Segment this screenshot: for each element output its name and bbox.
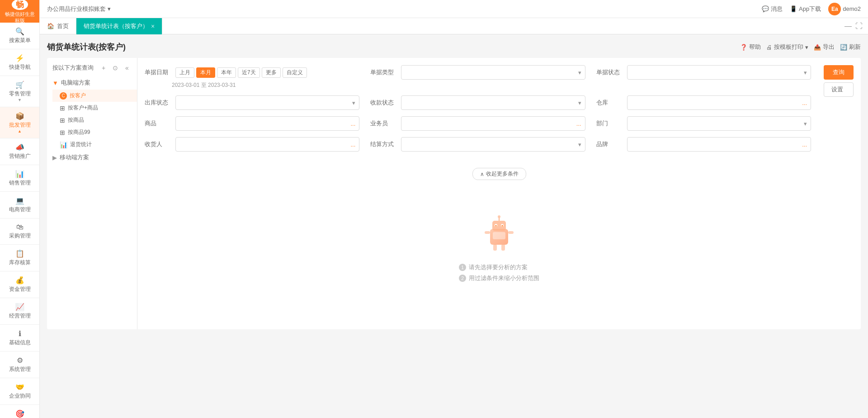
message-icon: 💬 — [762, 5, 769, 12]
svg-rect-8 — [485, 231, 490, 234]
collect-status-control[interactable]: ▾ — [401, 95, 585, 110]
logo-text: 畅捷信好生意 标版 — [5, 11, 35, 24]
dropdown-icon: ▾ — [108, 5, 111, 12]
settlement-control[interactable]: ▾ — [401, 137, 585, 152]
goods-icon: ⊞ — [60, 117, 65, 124]
sidebar-item-newbie[interactable]: 🎯 新手引导 — [0, 405, 39, 418]
sidebar-item-business[interactable]: 📈 经营管理 — [0, 298, 39, 325]
system-icon: ⚙ — [17, 356, 23, 365]
tree-section-mobile[interactable]: ▶ 移动端方案 — [47, 151, 137, 164]
warehouse-filter: 仓库 ... — [596, 95, 811, 110]
add-scheme-btn[interactable]: + — [99, 63, 108, 72]
home-icon: 🏠 — [47, 23, 54, 29]
date-btn-lastmonth[interactable]: 上月 — [175, 67, 194, 78]
date-btn-thisyear[interactable]: 本年 — [217, 67, 236, 78]
tab-active[interactable]: 销货单统计表（按客户） × — [76, 18, 162, 34]
out-status-control[interactable]: ▾ — [175, 95, 359, 110]
tab-home[interactable]: 🏠 首页 — [40, 18, 76, 34]
search-icon: 🔍 — [15, 27, 24, 36]
salesperson-control[interactable]: ... — [401, 116, 585, 131]
collapse-more-btn[interactable]: ∧ 收起更多条件 — [472, 168, 526, 180]
top-header: 办公用品行业模拟账套 ▾ 💬 消息 📱 App下载 Ea demo2 — [40, 0, 868, 18]
svg-rect-1 — [492, 221, 506, 231]
tree-desktop-children: C 按客户 ⊞ 按客户+商品 ⊞ 按商品 ⊞ 按商品99 — [47, 90, 137, 151]
print-dropdown-icon: ▾ — [805, 44, 808, 51]
sidebar-item-system[interactable]: ⚙ 系统管理 — [0, 352, 39, 378]
svg-point-4 — [495, 225, 497, 227]
sidebar-item-purchase[interactable]: 🛍 采购管理 — [0, 218, 39, 245]
svg-rect-11 — [501, 244, 505, 251]
sales-icon: 📊 — [15, 170, 24, 178]
sidebar-item-retail[interactable]: 🛒 零售管理 ▼ — [0, 76, 39, 107]
tree-expand-icon: ▼ — [52, 80, 58, 86]
receiver-label: 收货人 — [145, 140, 172, 148]
salesperson-filter: 业务员 ... — [370, 116, 585, 131]
query-button[interactable]: 查询 — [824, 65, 854, 80]
department-chevron: ▾ — [804, 120, 807, 127]
tree-section-desktop[interactable]: ▼ 电脑端方案 — [47, 76, 137, 90]
maximize-btn[interactable]: ⛶ — [855, 22, 863, 30]
tree-child-customer[interactable]: C 按客户 — [52, 90, 137, 102]
sidebar-item-basic[interactable]: ℹ 基础信息 — [0, 325, 39, 352]
brand-control[interactable]: ... — [627, 137, 811, 152]
date-btn-thismonth[interactable]: 本月 — [196, 67, 215, 78]
right-panel: 单据日期 上月 本月 本年 近7天 更多 自定义 — [137, 58, 861, 329]
receiver-filter: 收货人 ... — [145, 137, 359, 152]
brand-label: 品牌 — [596, 140, 623, 148]
page-content: 销货单统计表(按客户) ❓ 帮助 🖨 按模板打印 ▾ 📤 导出 🔄 刷新 — [40, 34, 868, 418]
out-status-chevron: ▾ — [352, 100, 355, 106]
collect-status-chevron: ▾ — [578, 100, 581, 106]
goods-control[interactable]: ... — [175, 116, 359, 131]
message-btn[interactable]: 💬 消息 — [762, 5, 783, 13]
date-range-text: 2023-03-01 至 2023-03-31 — [172, 81, 811, 89]
svg-rect-10 — [493, 244, 497, 251]
avatar: Ea — [828, 3, 841, 15]
doc-status-control[interactable]: ▾ — [627, 65, 811, 80]
settings-button[interactable]: 设置 — [824, 82, 854, 97]
receiver-control[interactable]: ... — [175, 137, 359, 152]
business-icon: 📈 — [15, 303, 24, 311]
user-menu[interactable]: Ea demo2 — [828, 3, 861, 15]
department-label: 部门 — [596, 119, 623, 128]
doc-type-chevron: ▾ — [578, 69, 581, 76]
sidebar-item-finance[interactable]: 💰 资金管理 — [0, 271, 39, 298]
tab-close-icon[interactable]: × — [151, 23, 155, 30]
help-btn[interactable]: ❓ 帮助 — [740, 43, 761, 51]
company-selector[interactable]: 办公用品行业模拟账套 ▾ — [47, 5, 111, 13]
warehouse-control[interactable]: ... — [627, 95, 811, 110]
svg-rect-12 — [493, 232, 505, 239]
sidebar-item-ecommerce[interactable]: 💻 电商管理 — [0, 192, 39, 218]
export-btn[interactable]: 📤 导出 — [814, 43, 835, 51]
date-btn-7days[interactable]: 近7天 — [238, 67, 260, 78]
sidebar-item-inventory[interactable]: 📋 库存核算 — [0, 245, 39, 271]
date-btn-more[interactable]: 更多 — [262, 67, 281, 78]
date-btn-custom[interactable]: 自定义 — [283, 67, 307, 78]
btn-area: 查询 设置 — [818, 65, 854, 97]
tree-child-return[interactable]: 📊 退货统计 — [52, 138, 137, 151]
print-btn[interactable]: 🖨 按模板打印 ▾ — [766, 43, 808, 51]
doc-type-control[interactable]: ▾ — [401, 65, 585, 80]
wholesale-icon: 📦 — [15, 112, 24, 120]
tree-child-goods99[interactable]: ⊞ 按商品99 — [52, 126, 137, 138]
sidebar-item-quicknav[interactable]: ⚡ 快捷导航 — [0, 49, 39, 76]
tree-child-goods[interactable]: ⊞ 按商品 — [52, 114, 137, 126]
app-download-btn[interactable]: 📱 App下载 — [790, 5, 821, 13]
collapse-panel-btn[interactable]: « — [123, 63, 132, 72]
empty-state: 1 请先选择要分析的方案 2 用过滤条件来缩小分析范围 — [145, 184, 854, 312]
sidebar: 畅 畅捷信好生意 标版 🔍 搜索菜单 ⚡ 快捷导航 🛒 零售管理 ▼ 📦 批发管… — [0, 0, 40, 418]
sidebar-item-sales[interactable]: 📊 销售管理 — [0, 165, 39, 192]
left-panel-title: 按以下方案查询 — [52, 64, 94, 72]
out-status-label: 出库状态 — [145, 99, 172, 107]
date-filter: 单据日期 上月 本月 本年 近7天 更多 自定义 — [145, 67, 359, 78]
page-header: 销货单统计表(按客户) ❓ 帮助 🖨 按模板打印 ▾ 📤 导出 🔄 刷新 — [47, 42, 861, 52]
tree-child-customer-goods[interactable]: ⊞ 按客户+商品 — [52, 102, 137, 114]
minimize-btn[interactable]: — — [844, 22, 852, 30]
settings-scheme-btn[interactable]: ⊙ — [111, 63, 120, 72]
sidebar-item-corp[interactable]: 🤝 企业协同 — [0, 378, 39, 405]
sidebar-item-marketing[interactable]: 📣 营销推广 — [0, 138, 39, 165]
department-control[interactable]: ▾ — [627, 116, 811, 131]
sidebar-item-wholesale[interactable]: 📦 批发管理 ▲ — [0, 107, 39, 138]
sidebar-item-search[interactable]: 🔍 搜索菜单 — [0, 23, 39, 49]
inventory-icon: 📋 — [15, 249, 24, 258]
refresh-btn[interactable]: 🔄 刷新 — [840, 43, 861, 51]
